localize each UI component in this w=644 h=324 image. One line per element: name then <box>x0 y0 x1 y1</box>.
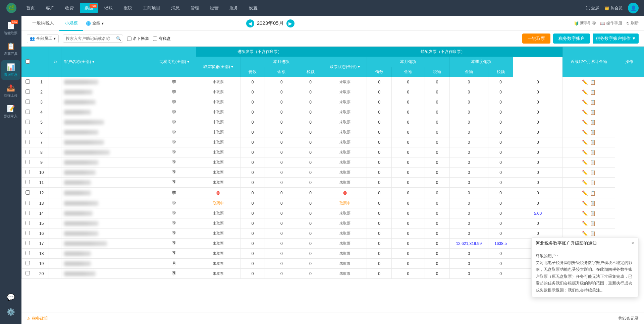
nav-management[interactable]: 管理 <box>186 3 204 13</box>
sidebar-item-summary[interactable]: 📊 票据汇总 <box>1 60 20 80</box>
edit-btn[interactable]: ✏️ <box>582 160 588 165</box>
copy-btn[interactable]: 📋 <box>590 190 596 196</box>
manual-btn[interactable]: 📖 操作手册 <box>600 20 622 26</box>
tab-all[interactable]: 🌐 全能 ▾ <box>83 20 106 26</box>
copy-btn[interactable]: 📋 <box>590 170 596 175</box>
row-checkbox[interactable] <box>25 271 30 275</box>
one-key-btn[interactable]: 一键取票 <box>522 34 550 44</box>
copy-btn[interactable]: 📋 <box>590 211 596 216</box>
tax-account-op-btn[interactable]: 税务数字账户操作 ▼ <box>593 34 639 44</box>
copy-btn[interactable]: 📋 <box>590 89 596 95</box>
tax-policy-link[interactable]: ⚠ 税务政策 <box>27 316 48 321</box>
row-checkbox[interactable] <box>25 231 30 235</box>
sidebar-item-scan-upload[interactable]: 📤 扫描上传 <box>1 81 20 101</box>
copy-btn[interactable]: 📋 <box>590 160 596 165</box>
select-all-checkbox[interactable] <box>25 59 30 64</box>
th-in-fetch-status[interactable]: 取票状态(全部) ▾ <box>196 57 240 77</box>
edit-btn[interactable]: ✏️ <box>582 100 588 105</box>
sub-account-checkbox[interactable] <box>127 37 131 41</box>
user-avatar[interactable]: 👤 <box>628 3 639 13</box>
sidebar-item-invoice-entry[interactable]: 📝 票据录入 <box>1 102 20 121</box>
edit-btn[interactable]: ✏️ <box>582 221 588 226</box>
copy-btn[interactable]: 📋 <box>590 221 596 226</box>
edit-btn[interactable]: ✏️ <box>582 180 588 185</box>
nav-service[interactable]: 服务 <box>225 3 243 13</box>
fullscreen-btn[interactable]: ⛶ 全屏 <box>586 5 599 11</box>
record-count: 共93条记录 <box>618 316 639 321</box>
member-btn[interactable]: 👑 购会员 <box>604 5 623 11</box>
row-checkbox[interactable] <box>25 100 30 104</box>
row-checkbox[interactable] <box>25 110 30 114</box>
nav-settings[interactable]: 设置 <box>244 3 262 13</box>
row-checkbox[interactable] <box>25 201 30 205</box>
copy-btn[interactable]: 📋 <box>590 140 596 145</box>
copy-btn[interactable]: 📋 <box>590 110 596 115</box>
sidebar-item-chat[interactable]: 💬 <box>1 290 20 304</box>
notification-close-btn[interactable]: × <box>631 240 634 246</box>
period-prev-btn[interactable]: ◀ <box>246 19 254 27</box>
edit-btn[interactable]: ✏️ <box>582 211 588 216</box>
edit-btn[interactable]: ✏️ <box>582 89 588 95</box>
row-checkbox[interactable] <box>25 211 30 215</box>
edit-btn[interactable]: ✏️ <box>582 190 588 196</box>
search-input[interactable] <box>63 35 123 43</box>
has-tax-checkbox[interactable] <box>153 37 157 41</box>
sidebar-item-invoice-open[interactable]: 📋 发票开具 <box>1 40 20 59</box>
row-checkbox[interactable] <box>25 140 30 144</box>
row-checkbox[interactable] <box>25 221 30 225</box>
row-checkbox[interactable] <box>25 150 30 154</box>
edit-btn[interactable]: ✏️ <box>582 110 588 115</box>
row-checkbox[interactable] <box>25 160 30 164</box>
copy-btn[interactable]: 📋 <box>590 180 596 185</box>
edit-btn[interactable]: ✏️ <box>582 79 588 85</box>
th-out-fetch-status[interactable]: 取票状态(全部) ▾ <box>323 57 367 77</box>
row-checkbox[interactable] <box>25 120 30 124</box>
edit-btn[interactable]: ✏️ <box>582 170 588 175</box>
tab-general-taxpayer[interactable]: 一般纳税人 <box>27 16 59 31</box>
has-tax-checkbox-label[interactable]: 有税盘 <box>153 36 171 42</box>
nav-business[interactable]: 工商项目 <box>138 3 165 13</box>
copy-btn[interactable]: 📋 <box>590 79 596 85</box>
copy-btn[interactable]: 📋 <box>590 100 596 105</box>
nav-tax[interactable]: 报税 <box>119 3 137 13</box>
edit-btn[interactable]: ✏️ <box>582 130 588 135</box>
edit-btn[interactable]: ✏️ <box>582 201 588 206</box>
copy-btn[interactable]: 📋 <box>590 130 596 135</box>
nav-operation[interactable]: 经营 <box>205 3 223 13</box>
th-tax-period[interactable]: 纳税周期(全部) ▾ <box>152 47 196 77</box>
nav-invoice[interactable]: 票据 new <box>80 3 98 13</box>
copy-btn[interactable]: 📋 <box>590 120 596 125</box>
copy-btn[interactable]: 📋 <box>590 150 596 155</box>
copy-btn[interactable]: 📋 <box>590 201 596 206</box>
sub-account-checkbox-label[interactable]: 名下帐套 <box>127 36 149 42</box>
edit-btn[interactable]: ✏️ <box>582 140 588 145</box>
th-customer-name[interactable]: 客户名称(全部) ▾ <box>61 47 152 77</box>
nav-fee[interactable]: 收费 <box>60 3 78 13</box>
copy-btn[interactable]: 📋 <box>590 231 596 236</box>
nav-home[interactable]: 首页 <box>21 3 40 13</box>
tax-account-btn[interactable]: 税务数字账户 <box>553 34 590 44</box>
employee-select[interactable]: 👥 全部员工 ▾ <box>27 34 59 43</box>
edit-btn[interactable]: ✏️ <box>582 150 588 155</box>
search-icon[interactable]: 🔍 <box>116 36 121 41</box>
sidebar-item-settings[interactable]: ⚙️ <box>1 305 20 319</box>
row-checkbox[interactable] <box>25 261 30 265</box>
row-checkbox[interactable] <box>25 89 30 94</box>
row-checkbox[interactable] <box>25 241 30 245</box>
row-checkbox[interactable] <box>25 170 30 174</box>
row-checkbox[interactable] <box>25 190 30 195</box>
row-checkbox[interactable] <box>25 130 30 134</box>
row-checkbox[interactable] <box>25 251 30 255</box>
period-next-btn[interactable]: ▶ <box>286 19 294 27</box>
new-guide-btn[interactable]: 🔰 新手引导 <box>574 20 596 26</box>
nav-accounting[interactable]: 记账 <box>99 3 117 13</box>
tab-small-scale[interactable]: 小规模 <box>59 16 83 31</box>
nav-customer[interactable]: 客户 <box>41 3 59 13</box>
row-checkbox[interactable] <box>25 79 30 84</box>
nav-message[interactable]: 消息 <box>166 3 184 13</box>
edit-btn[interactable]: ✏️ <box>582 120 588 125</box>
row-checkbox[interactable] <box>25 180 30 184</box>
refresh-btn[interactable]: ↻ 刷新 <box>626 20 639 26</box>
sidebar-item-smart-ticket[interactable]: 📄 智能取票 new <box>1 19 20 38</box>
edit-btn[interactable]: ✏️ <box>582 231 588 236</box>
